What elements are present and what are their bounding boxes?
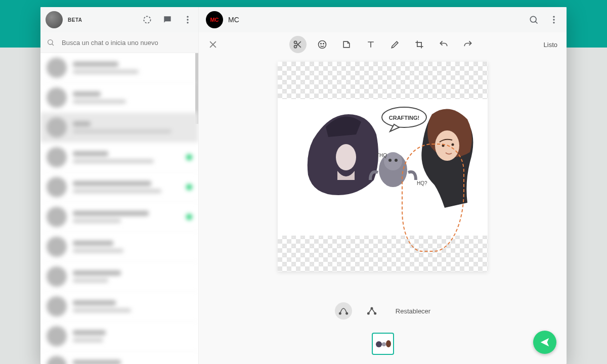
chat-list-item[interactable] (40, 351, 198, 364)
svg-point-17 (318, 41, 326, 49)
svg-point-10 (553, 22, 554, 23)
svg-point-18 (320, 43, 321, 44)
chat-list-item[interactable] (40, 53, 198, 83)
svg-point-36 (367, 312, 369, 314)
svg-point-6 (530, 16, 536, 22)
done-button[interactable]: Listo (544, 41, 557, 49)
app-window: BETA MC MC (40, 7, 567, 364)
svg-point-22 (336, 144, 356, 170)
attachment-thumbnail[interactable] (372, 333, 394, 355)
header-search-icon[interactable] (528, 14, 539, 25)
chat-list-item[interactable] (40, 292, 198, 322)
svg-line-5 (52, 44, 54, 46)
undo-icon[interactable] (435, 36, 452, 53)
chat-list[interactable] (40, 53, 198, 364)
svg-point-38 (374, 312, 376, 314)
bottom-bar (199, 324, 567, 364)
main-panel: MC MC Listo (199, 7, 567, 364)
chat-list-item[interactable] (40, 172, 198, 202)
sub-toolbar: Restablecer (199, 298, 567, 324)
search-bar (40, 32, 198, 53)
editor-toolbar: Listo (199, 32, 567, 57)
emoji-tool-icon[interactable] (314, 36, 331, 53)
new-chat-icon[interactable] (162, 14, 173, 25)
close-button[interactable] (208, 39, 218, 50)
canvas-area: CRAFTING! THQ HQ? (199, 57, 567, 298)
svg-point-40 (376, 341, 382, 347)
chat-list-item[interactable] (40, 83, 198, 113)
svg-point-34 (339, 312, 340, 314)
text-tool-icon[interactable] (362, 36, 379, 53)
chat-list-item[interactable] (40, 143, 198, 172)
contact-avatar[interactable]: MC (206, 11, 223, 28)
svg-line-7 (535, 21, 537, 23)
status-icon[interactable] (142, 14, 153, 25)
svg-point-8 (553, 16, 554, 18)
svg-point-33 (452, 144, 454, 146)
svg-point-26 (395, 159, 398, 162)
header-menu-icon[interactable] (548, 14, 559, 25)
sticker-tool-icon[interactable] (338, 36, 355, 53)
draw-tool-icon[interactable] (386, 36, 404, 53)
svg-point-41 (382, 342, 386, 346)
chat-list-item[interactable] (40, 322, 198, 351)
chat-list-item[interactable] (40, 232, 198, 262)
crop-tool-icon[interactable] (411, 36, 428, 53)
chat-list-item[interactable] (40, 113, 198, 143)
menu-icon[interactable] (182, 14, 193, 25)
chat-list-item[interactable] (40, 262, 198, 292)
svg-point-35 (346, 312, 348, 314)
cut-tool-icon[interactable] (289, 36, 307, 53)
reset-button[interactable]: Restablecer (396, 307, 430, 315)
svg-point-37 (371, 307, 372, 309)
contact-name: MC (228, 16, 239, 24)
svg-point-42 (386, 340, 391, 347)
sidebar: BETA (40, 7, 199, 364)
svg-point-9 (553, 19, 554, 20)
sticker-image: CRAFTING! THQ HQ? (278, 99, 488, 236)
svg-point-25 (388, 159, 392, 162)
chat-list-item[interactable] (40, 202, 198, 232)
svg-point-19 (323, 43, 324, 44)
lasso-poly-icon[interactable] (363, 302, 380, 320)
search-input[interactable] (61, 38, 198, 47)
svg-point-2 (187, 19, 188, 20)
lasso-curve-icon[interactable] (335, 302, 352, 320)
svg-point-4 (48, 40, 53, 44)
beta-badge: BETA (68, 17, 82, 23)
redo-icon[interactable] (459, 36, 476, 53)
chat-header: MC MC (199, 7, 567, 32)
svg-text:THQ: THQ (376, 153, 387, 158)
svg-point-0 (144, 16, 150, 23)
svg-text:CRAFTING!: CRAFTING! (389, 115, 420, 121)
svg-point-3 (187, 22, 188, 23)
search-icon (40, 32, 61, 53)
send-button[interactable] (533, 331, 556, 354)
user-avatar[interactable] (46, 11, 63, 28)
sticker-canvas[interactable]: CRAFTING! THQ HQ? (278, 62, 488, 271)
sidebar-header: BETA (40, 7, 198, 32)
svg-point-1 (187, 16, 188, 18)
